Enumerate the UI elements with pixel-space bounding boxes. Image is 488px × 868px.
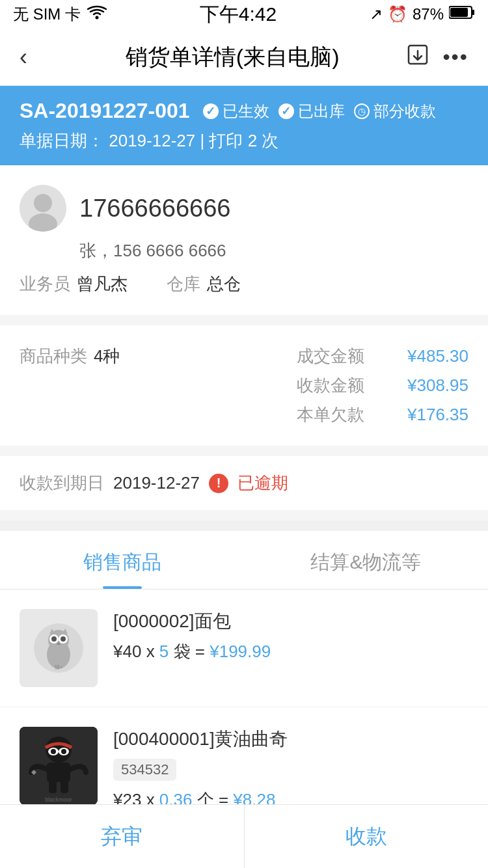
debt-amount: 本单欠款 ¥176.35 — [286, 403, 468, 426]
product-image-2: blackmoor — [20, 727, 98, 805]
due-date: 2019-12-27 — [113, 473, 200, 493]
sales-label: 业务员 — [20, 273, 70, 295]
status-bar: 无 SIM 卡 下午4:42 ↗ ⏰ 87% — [0, 0, 488, 29]
status-right: ↗ ⏰ 87% — [370, 5, 475, 23]
svg-point-23 — [51, 749, 56, 754]
order-banner: SA-20191227-001 ✓ 已生效 ✓ 已出库 ◷ 部分收款 单据日期：… — [0, 86, 488, 165]
status-badge-partial: ◷ 部分收款 — [354, 101, 436, 122]
status-time: 下午4:42 — [200, 1, 277, 28]
svg-rect-25 — [47, 763, 70, 782]
tab-sales-label: 销售商品 — [83, 551, 161, 573]
svg-rect-27 — [61, 780, 68, 793]
svg-text:blackmoor: blackmoor — [45, 796, 72, 803]
svg-text:猫+: 猫+ — [55, 664, 63, 670]
svg-point-0 — [96, 16, 99, 20]
status-badge-active: ✓ 已生效 — [203, 101, 269, 122]
deal-amount-value: ¥485.30 — [377, 346, 468, 366]
date-value: 2019-12-27 — [109, 131, 195, 150]
amounts-right: 成交金额 ¥485.30 收款金额 ¥308.95 本单欠款 ¥176.35 — [286, 345, 468, 426]
received-value: ¥308.95 — [377, 375, 468, 396]
warehouse-value: 总仓 — [207, 273, 241, 295]
price-qty-1: 5 — [159, 642, 169, 661]
amounts-row: 商品种类 4种 成交金额 ¥485.30 收款金额 ¥308.95 本单欠款 ¥… — [20, 345, 468, 426]
back-button[interactable]: ‹ — [20, 44, 59, 71]
products-type-value: 4种 — [94, 345, 120, 368]
amounts-left: 商品种类 4种 — [20, 345, 120, 368]
bottom-bar: 弃审 收款 — [0, 804, 488, 868]
alarm-icon: ⏰ — [388, 5, 407, 23]
status-badge-shipped: ✓ 已出库 — [278, 101, 345, 122]
svg-point-6 — [34, 194, 52, 212]
nav-title: 销货单详情(来自电脑) — [59, 42, 406, 72]
svg-rect-26 — [49, 780, 57, 793]
debt-label: 本单欠款 — [286, 403, 364, 426]
received-amount: 收款金额 ¥308.95 — [286, 374, 468, 397]
meta-warehouse: 仓库 总仓 — [167, 273, 241, 295]
customer-avatar — [20, 185, 66, 232]
due-section: 收款到期日 2019-12-27 ! 已逾期 — [0, 456, 488, 510]
order-date-line: 单据日期： 2019-12-27 | 打印 2 次 — [20, 129, 468, 152]
due-label: 收款到期日 — [20, 472, 104, 495]
price-eq-1: = — [195, 642, 210, 661]
cancel-review-label: 弃审 — [101, 822, 142, 851]
products-type: 商品种类 4种 — [20, 345, 120, 368]
tab-sales-products[interactable]: 销售商品 — [0, 531, 244, 589]
debt-value: ¥176.35 — [377, 405, 468, 425]
check-icon-2: ✓ — [278, 103, 294, 119]
clock-icon: ◷ — [354, 103, 370, 119]
nav-right-actions: ••• — [406, 43, 468, 72]
order-banner-top: SA-20191227-001 ✓ 已生效 ✓ 已出库 ◷ 部分收款 — [20, 99, 468, 123]
receive-label: 收款 — [346, 822, 387, 851]
receive-payment-button[interactable]: 收款 — [244, 805, 489, 868]
order-number: SA-20191227-001 — [20, 99, 190, 123]
status-left: 无 SIM 卡 — [13, 4, 107, 25]
overdue-warning-icon: ! — [209, 474, 228, 493]
product-image-1: 猫+ — [20, 609, 98, 687]
tab-settlement-label: 结算&物流等 — [310, 551, 421, 573]
battery-label: 87% — [413, 5, 444, 23]
product-price-1: ¥40 x 5 袋 = ¥199.99 — [113, 640, 468, 663]
products-type-label: 商品种类 — [20, 345, 87, 368]
more-button[interactable]: ••• — [442, 45, 468, 69]
wifi-icon — [87, 5, 107, 23]
status-active-label: 已生效 — [223, 101, 269, 122]
product-info-1: [0000002]面包 ¥40 x 5 袋 = ¥199.99 — [113, 609, 468, 663]
section-divider — [0, 521, 488, 531]
warehouse-label: 仓库 — [167, 273, 200, 295]
status-partial-label: 部分收款 — [373, 101, 436, 122]
amounts-section: 商品种类 4种 成交金额 ¥485.30 收款金额 ¥308.95 本单欠款 ¥… — [0, 325, 488, 446]
price-x-1: x — [146, 642, 159, 661]
price-total-1: ¥199.99 — [210, 642, 271, 661]
customer-sub: 张，156 6666 6666 — [79, 239, 468, 262]
sales-value: 曾凡杰 — [77, 273, 128, 295]
cancel-review-button[interactable]: 弃审 — [0, 805, 244, 868]
order-status-badges: ✓ 已生效 ✓ 已出库 ◷ 部分收款 — [203, 101, 436, 122]
price-base-1: ¥40 — [113, 642, 141, 661]
date-label: 单据日期： — [20, 131, 104, 150]
customer-name: 17666666666 — [79, 195, 230, 223]
svg-rect-3 — [450, 8, 468, 17]
svg-point-13 — [51, 636, 57, 642]
check-icon-1: ✓ — [203, 103, 219, 119]
status-shipped-label: 已出库 — [298, 101, 345, 122]
product-list: 猫+ [0000002]面包 ¥40 x 5 袋 = ¥199.99 — [0, 590, 488, 832]
svg-rect-2 — [472, 10, 474, 15]
product-name-2: [000400001]黄油曲奇 — [113, 727, 468, 752]
product-item: 猫+ [0000002]面包 ¥40 x 5 袋 = ¥199.99 — [0, 590, 488, 707]
overdue-text: 已逾期 — [237, 472, 288, 495]
deal-amount-label: 成交金额 — [286, 345, 364, 368]
nav-bar: ‹ 销货单详情(来自电脑) ••• — [0, 29, 488, 86]
print-count: | 打印 2 次 — [200, 131, 278, 150]
customer-meta: 业务员 曾凡杰 仓库 总仓 — [20, 273, 468, 295]
location-icon: ↗ — [370, 5, 383, 23]
product-sku-2: 534532 — [113, 759, 176, 781]
svg-point-24 — [61, 749, 66, 754]
product-info-2: [000400001]黄油曲奇 534532 ¥23 x 0.36 个 = ¥8… — [113, 727, 468, 811]
deal-amount: 成交金额 ¥485.30 — [286, 345, 468, 368]
battery-icon — [449, 5, 475, 23]
tab-settlement[interactable]: 结算&物流等 — [244, 531, 488, 589]
carrier-label: 无 SIM 卡 — [13, 4, 81, 25]
export-button[interactable] — [406, 43, 429, 72]
received-label: 收款金额 — [286, 374, 364, 397]
product-name-1: [0000002]面包 — [113, 609, 468, 634]
